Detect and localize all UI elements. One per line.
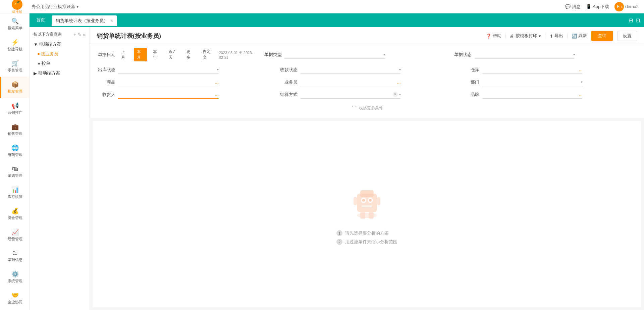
brand-more-icon[interactable]: ... — [579, 92, 583, 97]
goods-more-icon[interactable]: ... — [215, 79, 219, 85]
payment-clear-button[interactable]: × — [393, 92, 398, 97]
sidebar-finance-label: 资金管理 — [8, 215, 22, 220]
sidebar-ecommerce-label: 电商管理 — [8, 152, 22, 157]
left-panel: 按以下方案查询 + ✎ « ▼ 电脑端方案 按业务员 ≡ — [30, 27, 90, 310]
goods-input[interactable] — [118, 80, 215, 85]
receipt-status-input[interactable] — [300, 67, 399, 72]
page-header: 销货单统计表(按业务员) ❓ 帮助 🖨 按模板打印 ▾ — [90, 27, 644, 44]
brand-input[interactable] — [482, 92, 579, 97]
payment-input[interactable] — [300, 92, 393, 97]
main-layout: 🔍 搜索菜单 ⚡ 快捷导航 🛒 零售管理 📦 批发管理 📢 营销推广 💼 销售管… — [0, 13, 644, 310]
tree-item-by-order[interactable]: ≡ 按单 — [30, 59, 90, 68]
edit-scheme-button[interactable]: ✎ — [77, 32, 82, 37]
sidebar-item-ecommerce[interactable]: 🌐 电商管理 — [0, 140, 29, 161]
breadcrumb-text: 办公用品行业模拟账套 — [32, 4, 75, 10]
sidebar-search[interactable]: 🔍 搜索菜单 — [0, 13, 29, 35]
filter-row-2: 出库状态 ▾ 收款状态 ▾ — [97, 65, 637, 74]
tree-order-icon: ≡ — [38, 61, 40, 66]
receipt-status-control[interactable]: ▾ — [300, 66, 401, 74]
type-control[interactable]: ▾ — [284, 51, 385, 59]
user-menu[interactable]: Ea demo2 — [614, 2, 639, 11]
message-button[interactable]: 💬 消息 — [565, 4, 581, 10]
payment-label: 结算方式 — [279, 92, 298, 98]
add-scheme-button[interactable]: + — [73, 32, 76, 37]
salesman-more-icon[interactable]: ... — [397, 79, 401, 85]
query-button[interactable]: 查询 — [591, 31, 613, 41]
receiver-more-icon[interactable]: ... — [215, 92, 219, 97]
sidebar-item-sales[interactable]: 💼 销售管理 — [0, 119, 29, 140]
sidebar-item-system[interactable]: ⚙️ 系统管理 — [0, 266, 29, 288]
collapse-up-icon: ⌃⌃ — [351, 106, 358, 110]
print-label: 按模板打印 — [516, 33, 537, 39]
type-input[interactable] — [284, 52, 383, 57]
print-button[interactable]: 🖨 按模板打印 ▾ — [510, 33, 541, 39]
brand-label: 品牌 — [461, 92, 479, 98]
date-custom[interactable]: 自定义 — [200, 48, 216, 61]
salesman-input[interactable] — [300, 80, 397, 85]
sidebar-item-enterprise[interactable]: 🤝 企业协同 — [0, 288, 29, 309]
date-7days[interactable]: 近7天 — [166, 48, 181, 61]
collapse-bar[interactable]: ⌃⌃ 收起更多条件 — [97, 103, 637, 114]
sidebar-item-newbie[interactable]: 🎓 新手引导 — [0, 309, 29, 310]
hint-text-2: 用过滤条件来缩小分析范围 — [345, 239, 397, 245]
salesman-label: 业务员 — [279, 79, 298, 85]
status-label: 单据状态 — [453, 52, 472, 58]
sidebar-item-marketing[interactable]: 📢 营销推广 — [0, 98, 29, 119]
sidebar-quick-nav[interactable]: ⚡ 快捷导航 — [0, 35, 29, 56]
tree-order-label: 按单 — [42, 60, 50, 66]
sidebar-item-retail[interactable]: 🛒 零售管理 — [0, 56, 29, 77]
tab-active[interactable]: 销货单统计表（按业务员） × — [52, 15, 117, 26]
out-status-input[interactable] — [118, 67, 217, 72]
dept-control[interactable]: ▾ — [482, 78, 583, 86]
date-this-month[interactable]: 本月 — [134, 48, 147, 61]
logo-icon: 🍊 — [12, 0, 22, 10]
dept-input[interactable] — [482, 80, 581, 85]
sidebar-item-base[interactable]: 🗂 基础信息 — [0, 246, 29, 266]
empty-state: 1 请先选择要分析的方案 2 用过滤条件来缩小分析范围 — [93, 121, 641, 307]
tree-item-salesman[interactable]: 按业务员 — [30, 49, 90, 59]
receiver-input[interactable] — [118, 92, 215, 97]
hint-num-1: 1 — [336, 230, 342, 236]
tree-pc-schemes[interactable]: ▼ 电脑端方案 — [30, 39, 90, 49]
app-download-button[interactable]: 📱 App下载 — [586, 4, 609, 10]
sidebar-item-finance[interactable]: 💰 资金管理 — [0, 203, 29, 224]
date-more[interactable]: 更多 — [183, 48, 197, 61]
filter-row-1: 单据日期 上月 本月 本年 近7天 更多 自定义 2023-03-01 至 20… — [97, 48, 637, 61]
goods-control[interactable]: ... — [118, 78, 219, 86]
date-this-year[interactable]: 本年 — [150, 48, 163, 61]
salesman-control[interactable]: ... — [300, 78, 401, 86]
tree-mobile-label: 移动端方案 — [38, 70, 60, 76]
empty-hints: 1 请先选择要分析的方案 2 用过滤条件来缩小分析范围 — [336, 230, 397, 245]
setting-button[interactable]: 设置 — [617, 31, 637, 41]
tab-minimize-button[interactable]: ⊟ — [629, 17, 633, 23]
sidebar-item-purchase[interactable]: 🛍 采购管理 — [0, 161, 29, 182]
sidebar-item-operations[interactable]: 📈 经营管理 — [0, 224, 29, 246]
sidebar-item-wholesale[interactable]: 📦 批发管理 — [0, 77, 29, 98]
out-status-control[interactable]: ▾ — [118, 66, 219, 74]
tab-maximize-button[interactable]: ⊡ — [636, 17, 640, 23]
warehouse-control[interactable]: ... — [482, 65, 583, 74]
export-button[interactable]: ⬆ 导出 — [549, 33, 563, 39]
tab-home[interactable]: 首页 — [30, 13, 52, 27]
refresh-label: 刷新 — [578, 33, 587, 39]
brand-control[interactable]: ... — [482, 90, 583, 99]
sidebar-purchase-label: 采购管理 — [8, 173, 22, 178]
refresh-button[interactable]: 🔄 刷新 — [572, 33, 587, 39]
breadcrumb-arrow: ▾ — [76, 4, 79, 9]
date-last-month[interactable]: 上月 — [118, 48, 131, 61]
operations-icon: 📈 — [11, 228, 19, 236]
help-button[interactable]: ❓ 帮助 — [486, 33, 501, 39]
status-input[interactable] — [474, 52, 573, 57]
filter-receipt-col: 收款状态 ▾ — [279, 66, 455, 74]
tree-mobile-schemes[interactable]: ▶ 移动端方案 — [30, 68, 90, 78]
warehouse-input[interactable] — [482, 67, 579, 72]
tab-close-button[interactable]: × — [111, 18, 113, 23]
sidebar-item-inventory[interactable]: 📊 库存核算 — [0, 182, 29, 203]
payment-arrow-icon: ▾ — [399, 93, 401, 96]
warehouse-more-icon[interactable]: ... — [579, 67, 583, 72]
receiver-control[interactable]: ... — [118, 90, 219, 99]
collapse-panel-button[interactable]: « — [83, 32, 86, 37]
status-control[interactable]: ▾ — [474, 51, 575, 59]
payment-control[interactable]: × ▾ — [300, 90, 401, 99]
base-icon: 🗂 — [12, 250, 18, 257]
